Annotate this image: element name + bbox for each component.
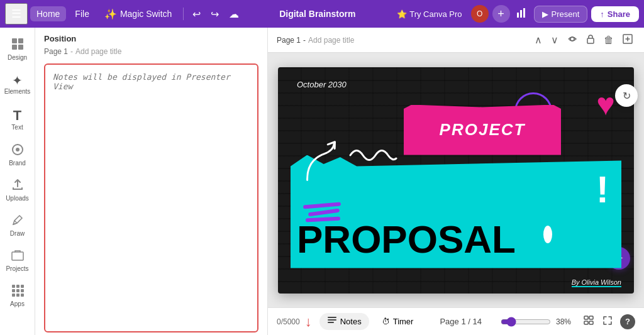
try-canva-label: Try Canva Pro xyxy=(409,9,462,19)
svg-rect-26 xyxy=(584,316,588,319)
svg-rect-4 xyxy=(12,38,17,43)
lock-button[interactable] xyxy=(584,33,597,48)
menu-icon[interactable]: ☰ xyxy=(5,3,28,25)
page-down-button[interactable]: ∨ xyxy=(548,33,561,47)
grid-view-button[interactable] xyxy=(581,314,597,329)
svg-rect-5 xyxy=(18,38,23,43)
sidebar-item-elements[interactable]: ✦ Elements xyxy=(3,68,33,101)
star-icon: ⭐ xyxy=(397,9,407,19)
redo-button[interactable]: ↪ xyxy=(207,6,223,23)
deco-line-3 xyxy=(306,216,340,222)
deco-squiggle xyxy=(347,143,397,173)
svg-rect-2 xyxy=(523,8,525,18)
topnav-right-group: ⭐ Try Canva Pro O + ▶ Present ↑ Share xyxy=(392,4,639,23)
timer-tab-button[interactable]: ⏱ Timer xyxy=(374,314,421,329)
bottom-bar: 0/5000 ↓ Notes ⏱ Timer Page 1 / 14 xyxy=(268,307,644,335)
canvas-scroll[interactable]: October 2030 ✓ ♥ xyxy=(268,53,644,307)
share-button[interactable]: ↑ Share xyxy=(591,6,639,22)
document-title: Digital Brainstorm xyxy=(245,9,389,19)
present-button[interactable]: ▶ Present xyxy=(534,6,588,23)
svg-rect-17 xyxy=(12,294,15,297)
sidebar-item-design[interactable]: Design xyxy=(3,33,33,65)
slide-preview: October 2030 ✓ ♥ xyxy=(278,67,634,294)
svg-rect-6 xyxy=(12,45,17,50)
project-label: PROJECT xyxy=(440,120,526,140)
help-button[interactable]: ? xyxy=(620,314,635,329)
char-count: 0/5000 xyxy=(277,317,300,326)
zoom-percent: 38% xyxy=(556,317,576,326)
add-collaborator-button[interactable]: + xyxy=(492,5,510,23)
notes-panel: Position Page 1 - Add page title xyxy=(35,28,268,335)
notes-page-label: Page 1 xyxy=(44,47,68,56)
preview-button[interactable] xyxy=(565,33,580,48)
canvas-page-label: Page 1 xyxy=(277,36,301,45)
slide-date: October 2030 xyxy=(297,80,347,89)
elements-icon: ✦ xyxy=(12,74,23,87)
draw-icon xyxy=(11,213,25,229)
sidebar-item-draw[interactable]: Draw xyxy=(3,209,33,241)
sidebar-brand-label: Brand xyxy=(9,160,26,167)
sidebar-item-text[interactable]: T Text xyxy=(3,103,33,136)
svg-rect-27 xyxy=(589,316,593,319)
proposal-label: PROPOSAL xyxy=(297,220,615,259)
arrow-indicator: ↓ xyxy=(305,314,312,330)
brand-icon xyxy=(11,143,25,158)
svg-rect-10 xyxy=(12,252,23,260)
notes-textarea-wrapper xyxy=(44,63,258,332)
notes-textarea[interactable] xyxy=(45,65,257,331)
svg-point-9 xyxy=(16,148,19,151)
notes-page-title-placeholder[interactable]: Add page title xyxy=(75,47,121,56)
nav-divider xyxy=(183,8,184,20)
add-to-frame-button[interactable] xyxy=(620,33,635,48)
notes-tab-button[interactable]: Notes xyxy=(319,313,369,330)
avatar[interactable]: O xyxy=(471,5,489,23)
canvas-top-bar: Page 1 - Add page title ∧ ∨ xyxy=(268,28,644,53)
sidebar-apps-label: Apps xyxy=(10,300,25,307)
sidebar-item-brand[interactable]: Brand xyxy=(3,138,33,171)
delete-button[interactable]: 🗑 xyxy=(601,33,616,47)
svg-rect-0 xyxy=(517,13,519,18)
projects-icon xyxy=(11,248,25,264)
svg-rect-18 xyxy=(16,294,19,297)
analytics-button[interactable] xyxy=(514,4,530,23)
zoom-controls: 38% xyxy=(501,317,576,327)
try-canva-pro-button[interactable]: ⭐ Try Canva Pro xyxy=(392,7,467,21)
deco-lines xyxy=(303,200,341,224)
svg-rect-15 xyxy=(16,289,19,292)
canvas-separator: - xyxy=(303,36,306,45)
top-navigation: ☰ Home File ✨ Magic Switch ↩ ↪ ☁ Digital… xyxy=(0,0,644,28)
magic-switch-label: Magic Switch xyxy=(120,9,172,19)
cloud-save-button[interactable]: ☁ xyxy=(225,6,243,23)
page-indicator: Page 1 / 14 xyxy=(440,317,482,326)
page-up-button[interactable]: ∧ xyxy=(532,33,545,47)
undo-button[interactable]: ↩ xyxy=(189,6,204,23)
refresh-button[interactable]: ↻ xyxy=(615,84,638,107)
design-icon xyxy=(11,37,25,53)
sidebar-item-uploads[interactable]: Uploads xyxy=(3,173,33,206)
deco-line-1 xyxy=(303,202,341,209)
timer-tab-icon: ⏱ xyxy=(382,317,390,326)
zoom-slider[interactable] xyxy=(501,317,551,327)
canvas-page-title-placeholder[interactable]: Add page title xyxy=(308,36,354,45)
sidebar-item-apps[interactable]: Apps xyxy=(3,279,33,312)
home-button[interactable]: Home xyxy=(30,6,66,21)
deco-oval xyxy=(543,226,552,243)
notes-tab-icon xyxy=(327,316,337,327)
pink-project-banner: PROJECT xyxy=(404,105,561,155)
notes-tab-label: Notes xyxy=(340,317,362,326)
svg-rect-7 xyxy=(18,45,23,50)
sidebar: Design ✦ Elements T Text Brand xyxy=(0,28,35,335)
share-label: Share xyxy=(608,9,630,19)
apps-icon xyxy=(11,283,25,299)
svg-rect-1 xyxy=(520,10,522,18)
sidebar-elements-label: Elements xyxy=(4,88,31,95)
sidebar-item-projects[interactable]: Projects xyxy=(3,244,33,277)
sidebar-uploads-label: Uploads xyxy=(6,195,29,202)
uploads-icon xyxy=(11,178,25,194)
magic-switch-button[interactable]: ✨ Magic Switch xyxy=(98,6,178,23)
timer-tab-label: Timer xyxy=(393,317,414,326)
file-button[interactable]: File xyxy=(69,6,96,21)
fullscreen-button[interactable] xyxy=(600,314,615,329)
canvas-page-info: Page 1 - Add page title xyxy=(277,36,354,45)
by-author: By Olivia Wilson xyxy=(572,278,621,287)
